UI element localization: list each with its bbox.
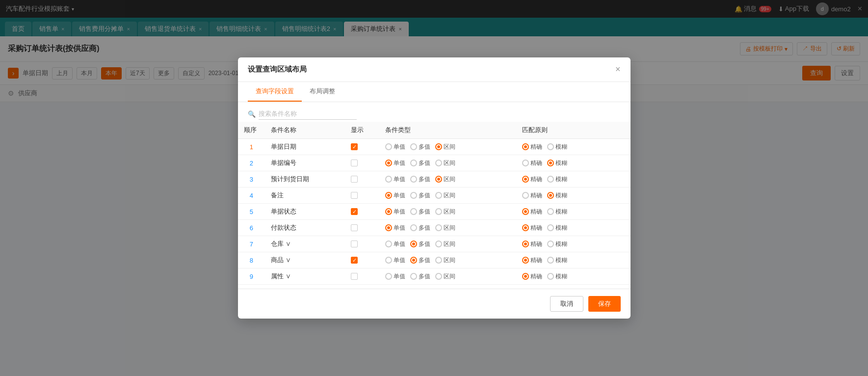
tab-query-fields[interactable]: 查询字段设置 — [248, 82, 302, 102]
radio-circle — [547, 241, 554, 247]
radio-circle — [410, 273, 417, 280]
radio-label: 单值 — [394, 224, 405, 232]
type-radio-type_range[interactable]: 区间 — [435, 240, 455, 248]
dialog-tabs: 查询字段设置 布局调整 — [238, 82, 631, 102]
type-radio-type_range[interactable]: 区间 — [435, 256, 455, 265]
display-checkbox[interactable] — [351, 224, 358, 231]
type-radio-type_range[interactable]: 区间 — [435, 143, 455, 151]
type-radio-group: 单值多值区间 — [385, 191, 510, 200]
match-radio-match_exact[interactable]: 精确 — [522, 175, 542, 184]
match-radio-match_fuzzy[interactable]: 模糊 — [547, 208, 567, 216]
display-checkbox[interactable] — [351, 160, 358, 166]
radio-circle — [547, 257, 554, 264]
radio-circle — [410, 160, 417, 166]
radio-label: 精确 — [530, 143, 542, 151]
radio-circle — [522, 257, 529, 264]
type-radio-type_multi[interactable]: 多值 — [410, 224, 430, 232]
radio-label: 模糊 — [555, 191, 567, 200]
radio-label: 模糊 — [555, 256, 567, 265]
type-radio-type_single[interactable]: 单值 — [385, 143, 405, 151]
radio-circle — [547, 224, 554, 231]
radio-circle — [547, 273, 554, 280]
order-number: 3 — [250, 176, 253, 183]
match-radio-match_fuzzy[interactable]: 模糊 — [547, 256, 567, 265]
type-radio-type_single[interactable]: 单值 — [385, 191, 405, 200]
type-radio-type_range[interactable]: 区间 — [435, 224, 455, 232]
display-checkbox[interactable]: ✓ — [351, 143, 358, 150]
search-input[interactable] — [259, 108, 357, 120]
radio-circle — [410, 176, 417, 183]
radio-circle — [522, 176, 529, 183]
save-button[interactable]: 保存 — [588, 296, 621, 312]
type-radio-type_single[interactable]: 单值 — [385, 224, 405, 232]
radio-circle — [435, 176, 442, 183]
match-radio-match_fuzzy[interactable]: 模糊 — [547, 191, 567, 200]
radio-circle — [410, 224, 417, 231]
display-checkbox[interactable] — [351, 241, 358, 247]
condition-name: 付款状态 — [265, 220, 345, 236]
cancel-button[interactable]: 取消 — [550, 296, 583, 312]
condition-name: 商品 ∨ — [265, 252, 345, 269]
radio-circle — [435, 160, 442, 166]
display-checkbox[interactable]: ✓ — [351, 257, 358, 264]
type-radio-type_multi[interactable]: 多值 — [410, 175, 430, 184]
radio-circle — [385, 273, 392, 280]
type-radio-type_range[interactable]: 区间 — [435, 191, 455, 200]
type-radio-type_multi[interactable]: 多值 — [410, 143, 430, 151]
type-radio-type_single[interactable]: 单值 — [385, 208, 405, 216]
display-checkbox[interactable] — [351, 273, 358, 280]
type-radio-type_multi[interactable]: 多值 — [410, 240, 430, 248]
match-radio-group: 精确模糊 — [522, 143, 625, 151]
type-radio-type_multi[interactable]: 多值 — [410, 208, 430, 216]
match-radio-match_fuzzy[interactable]: 模糊 — [547, 143, 567, 151]
table-row: 7仓库 ∨单值多值区间精确模糊 — [238, 236, 631, 252]
order-number: 9 — [250, 273, 253, 280]
type-radio-type_single[interactable]: 单值 — [385, 256, 405, 265]
type-radio-type_range[interactable]: 区间 — [435, 272, 455, 281]
match-radio-match_exact[interactable]: 精确 — [522, 143, 542, 151]
type-radio-type_multi[interactable]: 多值 — [410, 159, 430, 167]
radio-label: 区间 — [444, 256, 455, 265]
tab-layout-adjust[interactable]: 布局调整 — [302, 82, 343, 102]
match-radio-match_exact[interactable]: 精确 — [522, 191, 542, 200]
radio-label: 模糊 — [555, 143, 567, 151]
type-radio-type_multi[interactable]: 多值 — [410, 272, 430, 281]
type-radio-type_single[interactable]: 单值 — [385, 272, 405, 281]
type-radio-type_single[interactable]: 单值 — [385, 159, 405, 167]
radio-circle — [547, 176, 554, 183]
match-radio-match_exact[interactable]: 精确 — [522, 208, 542, 216]
radio-circle — [435, 224, 442, 231]
match-radio-match_exact[interactable]: 精确 — [522, 256, 542, 265]
type-radio-type_range[interactable]: 区间 — [435, 208, 455, 216]
type-radio-group: 单值多值区间 — [385, 256, 510, 265]
display-checkbox[interactable]: ✓ — [351, 208, 358, 215]
match-radio-match_fuzzy[interactable]: 模糊 — [547, 175, 567, 184]
match-radio-match_fuzzy[interactable]: 模糊 — [547, 224, 567, 232]
col-display-header: 显示 — [345, 122, 379, 139]
display-checkbox[interactable] — [351, 176, 358, 183]
condition-name: 单据编号 — [265, 155, 345, 171]
radio-circle — [547, 208, 554, 215]
radio-circle — [522, 192, 529, 199]
match-radio-match_fuzzy[interactable]: 模糊 — [547, 240, 567, 248]
display-checkbox[interactable] — [351, 192, 358, 199]
radio-label: 精确 — [530, 208, 542, 216]
match-radio-match_fuzzy[interactable]: 模糊 — [547, 272, 567, 281]
type-radio-type_range[interactable]: 区间 — [435, 159, 455, 167]
type-radio-group: 单值多值区间 — [385, 175, 510, 184]
match-radio-match_exact[interactable]: 精确 — [522, 240, 542, 248]
radio-label: 模糊 — [555, 240, 567, 248]
type-radio-type_single[interactable]: 单值 — [385, 175, 405, 184]
condition-name: 备注 — [265, 188, 345, 204]
radio-circle — [385, 257, 392, 264]
type-radio-type_multi[interactable]: 多值 — [410, 191, 430, 200]
type-radio-type_range[interactable]: 区间 — [435, 175, 455, 184]
dialog-close-button[interactable]: × — [615, 64, 621, 75]
match-radio-match_fuzzy[interactable]: 模糊 — [547, 159, 567, 167]
match-radio-match_exact[interactable]: 精确 — [522, 224, 542, 232]
match-radio-match_exact[interactable]: 精确 — [522, 159, 542, 167]
type-radio-type_single[interactable]: 单值 — [385, 240, 405, 248]
match-radio-match_exact[interactable]: 精确 — [522, 272, 542, 281]
table-row: 4备注单值多值区间精确模糊 — [238, 188, 631, 204]
type-radio-type_multi[interactable]: 多值 — [410, 256, 430, 265]
